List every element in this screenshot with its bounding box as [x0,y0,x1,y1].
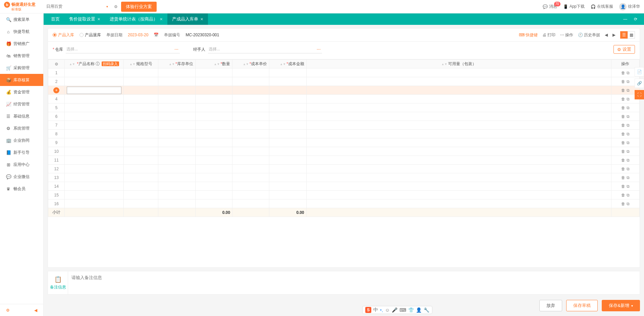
close-icon[interactable]: ✕ [200,17,203,21]
sidebar-item-3[interactable]: 🛍销售管理 [0,50,43,62]
col-product-name[interactable]: ▲▼ *产品名称 ⓘ 扫码录入 [65,60,123,69]
copy-icon[interactable]: ⧉ [627,114,630,119]
scan-badge[interactable]: 扫码录入 [102,61,119,66]
tab-0[interactable]: 首页 [46,13,64,25]
table-row[interactable]: 4🗑⧉ [48,95,640,103]
tab-3[interactable]: 产成品入库单✕ [167,13,208,25]
ime-punct-icon[interactable]: •, [380,307,383,313]
col-settings[interactable]: ⚙ [48,60,65,69]
operator-selector[interactable]: 选择... ⋯ [208,45,322,53]
store-selector[interactable]: 日用百货 ▾ [44,2,111,11]
sidebar-item-6[interactable]: 💰资金管理 [0,86,43,98]
sidebar-item-7[interactable]: 📈经营管理 [0,98,43,110]
tab-minimize-button[interactable]: — [621,15,629,23]
warehouse-selector[interactable]: 选择... ⋯ [66,45,180,53]
strip-link-button[interactable]: 🔗 [635,79,644,88]
app-download-link[interactable]: 📱 App下载 [563,4,585,9]
sidebar-item-1[interactable]: ⌂快捷导航 [0,26,43,38]
delete-icon[interactable]: 🗑 [621,184,625,189]
radio-product-out[interactable]: 产品退库 [79,32,101,38]
add-row-button[interactable]: + [53,87,59,93]
copy-icon[interactable]: ⧉ [627,149,630,154]
delete-icon[interactable]: 🗑 [621,167,625,171]
user-menu[interactable]: 👤 徐泽华 [619,3,640,10]
hotkey-link[interactable]: ⌨ 快捷键 [519,32,538,38]
table-row[interactable]: 7🗑⧉ [48,121,640,130]
sidebar-item-5[interactable]: 📦库存核算 [0,74,43,86]
discard-button[interactable]: 放弃 [539,300,562,311]
sidebar-item-14[interactable]: ♛畅会员 [0,183,43,195]
strip-expand-button[interactable]: ⛶ [635,90,644,99]
table-row[interactable]: 12🗑⧉ [48,165,640,173]
sidebar-item-13[interactable]: 💬企业微信 [0,171,43,183]
remark-input[interactable] [68,271,640,294]
settings-button[interactable]: ⚙ 设置 [613,45,635,54]
delete-icon[interactable]: 🗑 [621,140,625,145]
table-row[interactable]: 5🗑⧉ [48,103,640,112]
strip-note-button[interactable]: 📄 [635,67,644,77]
copy-icon[interactable]: ⧉ [627,201,630,206]
table-row[interactable]: 16🗑⧉ [48,199,640,208]
col-qty[interactable]: ▲▼*数量 [195,60,232,69]
sidebar-item-12[interactable]: ⊞应用中心 [0,159,43,171]
close-icon[interactable]: ✕ [160,17,163,21]
copy-icon[interactable]: ⧉ [627,71,630,75]
messages-link[interactable]: 💬 消息 70 [543,4,557,9]
copy-icon[interactable]: ⧉ [627,79,630,84]
next-doc-button[interactable]: ▶ [612,33,615,37]
delete-icon[interactable]: 🗑 [621,175,625,180]
ime-lang[interactable]: 中 [373,307,378,313]
print-link[interactable]: 🖨 打印 [542,32,555,38]
operate-link[interactable]: ⋯ 操作 [560,32,573,38]
delete-icon[interactable]: 🗑 [621,158,625,163]
ime-tool-icon[interactable]: 🔧 [424,307,429,313]
sidebar-item-10[interactable]: 🏢企业协同 [0,134,43,146]
copy-icon[interactable]: ⧉ [627,123,630,128]
copy-icon[interactable]: ⧉ [627,132,630,136]
copy-icon[interactable]: ⧉ [627,167,630,171]
copy-icon[interactable]: ⧉ [627,184,630,189]
copy-icon[interactable]: ⧉ [627,140,630,145]
view-list-button[interactable]: ☰ [620,31,628,39]
ime-user-icon[interactable]: 👤 [416,307,422,313]
sidebar-item-2[interactable]: 🎁营销推广 [0,38,43,50]
sidebar-item-9[interactable]: ⚙系统管理 [0,122,43,134]
table-row[interactable]: 13🗑⧉ [48,173,640,182]
col-amount[interactable]: ▲▼*成本金额 [269,60,306,69]
delete-icon[interactable]: 🗑 [621,71,625,75]
delete-icon[interactable]: 🗑 [621,132,625,136]
delete-icon[interactable]: 🗑 [621,149,625,154]
table-row[interactable]: +🗑⧉ [48,86,640,95]
save-and-new-button[interactable]: 保存&新增 ▾ [602,300,640,311]
save-draft-button[interactable]: 保存草稿 [566,300,598,311]
table-row[interactable]: 9🗑⧉ [48,138,640,147]
delete-icon[interactable]: 🗑 [621,79,625,84]
history-link[interactable]: 🕘 历史单据 [578,32,600,38]
delete-icon[interactable]: 🗑 [621,88,625,93]
ime-skin-icon[interactable]: 👕 [408,307,414,313]
support-link[interactable]: 🎧 在线客服 [591,4,613,9]
ime-keyboard-icon[interactable]: ⌨ [399,307,406,313]
tab-refresh-button[interactable]: ⟳ [632,15,639,23]
table-row[interactable]: 8🗑⧉ [48,130,640,138]
sidebar-item-11[interactable]: 📘新手引导 [0,146,43,159]
sidebar-item-8[interactable]: ☰基础信息 [0,110,43,122]
ime-emoji-icon[interactable]: ☺ [385,307,390,313]
table-row[interactable]: 6🗑⧉ [48,112,640,121]
prev-doc-button[interactable]: ◀ [605,33,608,37]
product-name-input[interactable] [67,87,121,94]
col-spec[interactable]: ▲▼规格型号 [123,60,158,69]
calendar-icon[interactable]: 📅 [154,33,159,37]
col-available[interactable]: ▲▼可用量（包装） [306,60,611,69]
sidebar-item-0[interactable]: 🔍搜索菜单 [0,13,43,26]
gear-icon[interactable]: ⚙ [114,4,118,9]
delete-icon[interactable]: 🗑 [621,105,625,110]
delete-icon[interactable]: 🗑 [621,123,625,128]
table-row[interactable]: 15🗑⧉ [48,191,640,199]
table-row[interactable]: 11🗑⧉ [48,156,640,165]
delete-icon[interactable]: 🗑 [621,97,625,101]
table-row[interactable]: 10🗑⧉ [48,147,640,156]
col-unit[interactable]: ▲▼*库存单位 [158,60,195,69]
close-icon[interactable]: ✕ [97,17,100,21]
table-row[interactable]: 14🗑⧉ [48,182,640,191]
